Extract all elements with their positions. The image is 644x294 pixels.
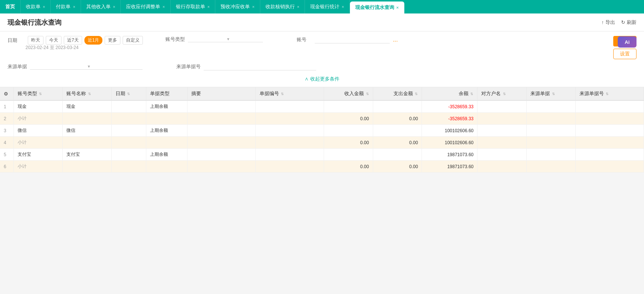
col-income[interactable]: 收入金额 ⇅ — [324, 87, 373, 100]
refresh-icon: ↻ — [621, 19, 625, 25]
nav-other-income-close[interactable]: × — [113, 4, 115, 9]
refresh-button[interactable]: ↻ 刷新 — [621, 19, 636, 26]
nav-item-other-income[interactable]: 其他收入单 × — [81, 0, 121, 13]
ai-assistant-button[interactable]: Ai — [618, 36, 636, 48]
date-btn-more[interactable]: 更多 — [105, 36, 120, 45]
col-account-name-label: 账号名称 — [66, 91, 86, 96]
collapse-button[interactable]: ∧ 收起更多条件 — [8, 74, 636, 84]
col-doc-no[interactable]: 单据编号 ⇅ — [255, 87, 324, 100]
account-ellipsis-button[interactable]: ... — [393, 36, 398, 43]
col-date[interactable]: 日期 ⇅ — [112, 87, 146, 100]
col-source-doc[interactable]: 来源单据 ⇅ — [527, 87, 576, 100]
top-navigation: 首页 收款单 × 付款单 × 其他收入单 × 应收应付调整单 × 银行存取款单 … — [0, 0, 644, 13]
row-3-account-type: 微信 — [14, 125, 63, 137]
nav-item-advance-offset[interactable]: 预收冲应收单 × — [215, 0, 260, 13]
nav-item-receipt-verify[interactable]: 收款核销执行 × — [260, 0, 305, 13]
row-6-counterpart — [477, 161, 527, 173]
nav-flow-query-label: 现金银行流水查询 — [355, 4, 394, 11]
nav-item-cash-bank-stat[interactable]: 现金银行统计 × — [305, 0, 350, 13]
row-5-doc-no — [255, 149, 324, 161]
row-num-1: 1 — [0, 100, 14, 113]
settings-button[interactable]: 设置 — [613, 49, 636, 59]
export-button[interactable]: ↑ 导出 — [602, 19, 615, 26]
row-4-summary — [188, 137, 256, 149]
col-account-name[interactable]: 账号名称 ⇅ — [63, 87, 112, 100]
nav-bank-deposit-label: 银行存取款单 — [176, 3, 205, 10]
nav-stat-close[interactable]: × — [342, 4, 344, 9]
source-doc-no-filter-group: 来源单据号 — [176, 63, 316, 70]
row-1-date — [112, 100, 146, 113]
date-btn-yesterday[interactable]: 昨天 — [28, 36, 44, 45]
row-5-expense — [373, 149, 422, 161]
col-doc-type[interactable]: 单据类型 — [146, 87, 188, 100]
row-6-balance: 19871073.60 — [422, 161, 477, 173]
source-doc-select[interactable]: ▼ — [30, 64, 143, 70]
date-btn-7days[interactable]: 近7天 — [64, 36, 82, 45]
date-btn-1month[interactable]: 近1月 — [84, 36, 103, 45]
row-5-summary — [188, 149, 256, 161]
row-5-income — [324, 149, 373, 161]
row-1-source-doc — [527, 100, 576, 113]
row-6-income: 0.00 — [324, 161, 373, 173]
account-label: 账号 — [297, 36, 312, 43]
row-4-source-doc — [527, 137, 576, 149]
col-date-label: 日期 — [116, 91, 125, 96]
collapse-label: ∧ 收起更多条件 — [305, 76, 339, 82]
row-6-doc-type — [146, 161, 188, 173]
col-account-type[interactable]: 账号类型 ⇅ — [14, 87, 63, 100]
source-doc-no-input[interactable] — [204, 63, 316, 70]
row-num-6: 6 — [0, 161, 14, 173]
row-2-balance: -3528659.33 — [422, 113, 477, 125]
row-1-summary — [188, 100, 256, 113]
col-counterpart-sort-icon: ⇅ — [503, 92, 506, 96]
date-btn-custom[interactable]: 自定义 — [123, 36, 143, 45]
filter-row-1: 日期 昨天 今天 近7天 近1月 更多 自定义 2023-02-24 至 202… — [8, 36, 636, 59]
col-income-label: 收入金额 — [344, 91, 364, 96]
row-3-date — [112, 125, 146, 137]
source-doc-no-text-input[interactable] — [206, 64, 314, 69]
row-3-income — [324, 125, 373, 137]
row-2-account-type: 小计 — [14, 113, 63, 125]
nav-receipt-close[interactable]: × — [43, 4, 45, 9]
source-doc-label: 来源单据 — [8, 63, 27, 70]
col-expense[interactable]: 支出金额 ⇅ — [373, 87, 422, 100]
filter-area: 日期 昨天 今天 近7天 近1月 更多 自定义 2023-02-24 至 202… — [0, 31, 644, 87]
nav-item-cash-flow-query[interactable]: 现金银行流水查询 × — [350, 1, 404, 13]
data-table: ⚙ 账号类型 ⇅ 账号名称 ⇅ 日期 ⇅ 单据类型 摘要 — [0, 87, 644, 173]
col-settings[interactable]: ⚙ — [0, 87, 14, 100]
col-source-doc-no[interactable]: 来源单据号 ⇅ — [576, 87, 644, 100]
nav-bank-deposit-close[interactable]: × — [207, 4, 210, 9]
col-counterpart[interactable]: 对方户名 ⇅ — [477, 87, 527, 100]
nav-payment-close[interactable]: × — [73, 4, 75, 9]
date-btn-today[interactable]: 今天 — [46, 36, 62, 45]
account-text-input[interactable] — [317, 37, 387, 42]
nav-ar-ap-close[interactable]: × — [162, 4, 165, 9]
row-num-2: 2 — [0, 113, 14, 125]
date-shortcuts: 昨天 今天 近7天 近1月 更多 自定义 — [28, 36, 143, 45]
table-header-row: ⚙ 账号类型 ⇅ 账号名称 ⇅ 日期 ⇅ 单据类型 摘要 — [0, 87, 644, 100]
row-4-doc-type — [146, 137, 188, 149]
nav-flow-query-close[interactable]: × — [396, 5, 399, 10]
nav-item-home[interactable]: 首页 — [0, 0, 21, 13]
row-2-account-name — [63, 113, 112, 125]
nav-advance-label: 预收冲应收单 — [221, 3, 250, 10]
row-6-account-type: 小计 — [14, 161, 63, 173]
col-summary[interactable]: 摘要 — [188, 87, 256, 100]
date-range-display: 2023-02-24 至 2023-03-24 — [26, 45, 143, 51]
row-4-balance: 100102606.60 — [422, 137, 477, 149]
row-6-source-doc — [527, 161, 576, 173]
settings-icon: ⚙ — [4, 91, 8, 97]
account-type-select[interactable]: ▼ — [188, 36, 263, 42]
nav-item-bank-deposit[interactable]: 银行存取款单 × — [171, 0, 215, 13]
nav-item-receipt[interactable]: 收款单 × — [21, 0, 51, 13]
col-balance[interactable]: 余额 ⇅ — [422, 87, 477, 100]
account-input[interactable] — [315, 36, 390, 43]
row-num-3: 3 — [0, 125, 14, 137]
nav-receipt-verify-close[interactable]: × — [297, 4, 299, 9]
nav-item-ar-ap-adjust[interactable]: 应收应付调整单 × — [121, 0, 170, 13]
date-filter-group: 日期 昨天 今天 近7天 近1月 更多 自定义 2023-02-24 至 202… — [8, 36, 143, 51]
nav-item-payment[interactable]: 付款单 × — [51, 0, 81, 13]
nav-advance-close[interactable]: × — [252, 4, 254, 9]
row-1-account-name: 现金 — [63, 100, 112, 113]
row-4-account-name — [63, 137, 112, 149]
